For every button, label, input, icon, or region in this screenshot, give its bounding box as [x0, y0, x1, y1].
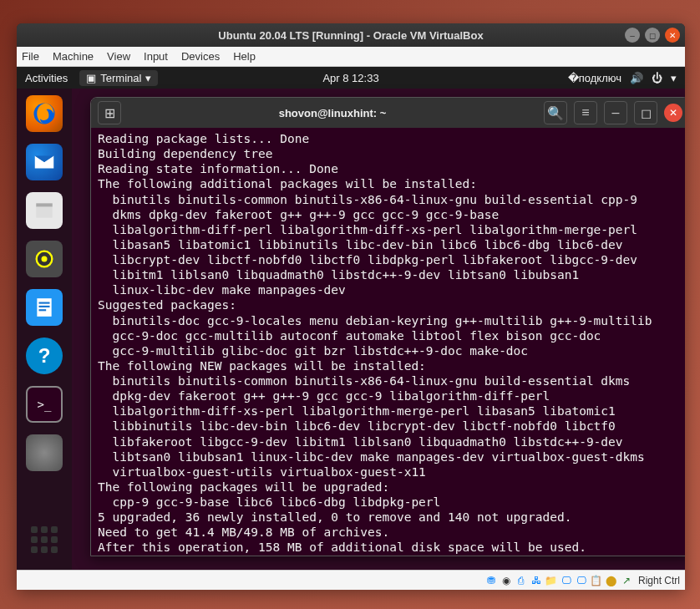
vm-titlebar[interactable]: Ubuntu 20.04 LTS [Running] - Oracle VM V… [17, 23, 685, 47]
terminal-indicator-icon: ▣ [86, 72, 96, 84]
topbar-left: Activities ▣ Terminal ▾ [25, 70, 158, 86]
vm-menubar: File Machine View Input Devices Help [17, 47, 685, 67]
app-menu[interactable]: ▣ Terminal ▾ [79, 70, 158, 86]
vm-menu-input[interactable]: Input [144, 50, 168, 63]
vm-maximize-button[interactable]: ◻ [645, 28, 660, 43]
svg-rect-7 [39, 306, 50, 307]
svg-rect-8 [39, 309, 47, 311]
software-icon[interactable] [26, 434, 63, 471]
terminal-title: shovon@linuxhint: ~ [128, 107, 537, 119]
terminal-window: ⊞ shovon@linuxhint: ~ 🔍 ≡ – ◻ ✕ Reading … [90, 97, 685, 556]
vm-statusbar: ⛃ ◉ ⎙ 🖧 📁 🖵 🖵 📋 ⬤ ↗ Right Ctrl [17, 570, 685, 590]
host-key-label: Right Ctrl [638, 575, 680, 586]
hdd-icon[interactable]: ⛃ [484, 574, 498, 587]
thunderbird-icon[interactable] [26, 144, 63, 180]
network-icon: �подключ [568, 72, 621, 84]
rhythmbox-icon[interactable] [26, 241, 63, 277]
chevron-down-icon: ▾ [145, 72, 151, 84]
clipboard-icon[interactable]: 📋 [590, 574, 603, 587]
vm-title: Ubuntu 20.04 LTS [Running] - Oracle VM V… [218, 29, 483, 42]
dock: ? >_ [17, 89, 72, 570]
activities-button[interactable]: Activities [25, 72, 68, 84]
terminal-dock-icon[interactable]: >_ [26, 386, 63, 423]
files-icon[interactable] [26, 192, 63, 229]
vm-menu-help[interactable]: Help [233, 50, 256, 63]
volume-icon: 🔊 [630, 72, 643, 84]
vm-menu-devices[interactable]: Devices [181, 50, 220, 63]
new-tab-button[interactable]: ⊞ [98, 101, 121, 124]
guest-desktop: Activities ▣ Terminal ▾ Apr 8 12:33 �под… [17, 67, 685, 570]
network-status-icon[interactable]: 🖧 [530, 574, 543, 587]
shared-folder-icon[interactable]: 📁 [545, 574, 558, 587]
close-button[interactable]: ✕ [664, 104, 682, 122]
terminal-output[interactable]: Reading package lists... DoneBuilding de… [91, 128, 685, 556]
libreoffice-writer-icon[interactable] [26, 289, 63, 326]
vm-menu-machine[interactable]: Machine [53, 50, 94, 63]
maximize-button[interactable]: ◻ [634, 101, 657, 124]
minimize-button[interactable]: – [604, 101, 627, 124]
firefox-icon[interactable] [26, 95, 63, 132]
svg-rect-6 [39, 302, 50, 304]
audio-icon[interactable]: 🖵 [575, 574, 588, 587]
show-applications-icon[interactable] [26, 521, 63, 558]
svg-point-4 [42, 256, 48, 262]
vm-window-controls: – ◻ ✕ [625, 28, 680, 43]
gnome-topbar: Activities ▣ Terminal ▾ Apr 8 12:33 �под… [17, 67, 685, 89]
power-icon: ⏻ [652, 72, 662, 84]
svg-rect-1 [36, 203, 53, 206]
vm-menu-file[interactable]: File [22, 50, 39, 63]
search-button[interactable]: 🔍 [544, 101, 567, 124]
svg-rect-2 [36, 207, 53, 218]
chevron-down-icon: ▾ [671, 72, 677, 84]
mouse-integration-icon[interactable]: ↗ [620, 574, 633, 587]
clock[interactable]: Apr 8 12:33 [322, 72, 378, 84]
help-icon[interactable]: ? [26, 337, 63, 374]
hamburger-menu-button[interactable]: ≡ [574, 101, 597, 124]
display-icon[interactable]: 🖵 [560, 574, 573, 587]
virtualbox-window: Ubuntu 20.04 LTS [Running] - Oracle VM V… [17, 23, 685, 590]
system-tray[interactable]: �подключ 🔊 ⏻ ▾ [568, 72, 677, 84]
vm-minimize-button[interactable]: – [625, 28, 640, 43]
vm-menu-view[interactable]: View [107, 50, 130, 63]
recording-icon[interactable]: ⬤ [605, 574, 618, 587]
app-menu-label: Terminal [100, 72, 141, 84]
vm-close-button[interactable]: ✕ [665, 28, 680, 43]
usb-icon[interactable]: ⎙ [515, 574, 528, 587]
terminal-header[interactable]: ⊞ shovon@linuxhint: ~ 🔍 ≡ – ◻ ✕ [91, 98, 685, 128]
cd-icon[interactable]: ◉ [500, 574, 513, 587]
